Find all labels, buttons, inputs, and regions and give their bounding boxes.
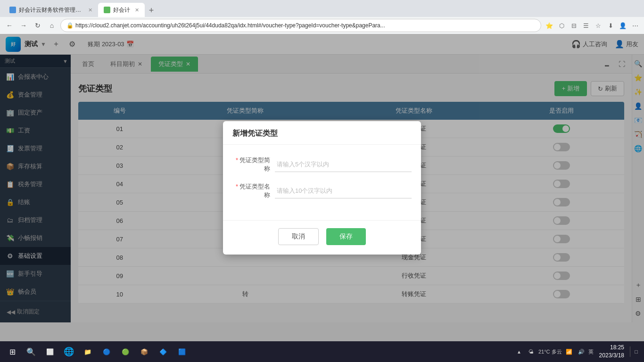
security-icon: 🔒 (66, 22, 74, 29)
taskbar-edge2[interactable]: 🟦 (173, 343, 190, 360)
dialog-body: *凭证类型简称 *凭证类型名称 (223, 145, 421, 220)
new-voucher-dialog: 新增凭证类型 *凭证类型简称 *凭证类型名称 取消 保存 (223, 121, 421, 255)
browser-download-icon[interactable]: ⬇ (605, 20, 616, 31)
taskbar-edge[interactable]: 🌐 (60, 343, 77, 360)
browser-toolbar-icons: ⭐ ⬡ ⊟ ☰ ☆ ⬇ 👤 ⋯ (544, 20, 640, 31)
address-bar: ← → ↻ ⌂ 🔒 https://cloud2.chanjet.com/acc… (0, 17, 644, 34)
reload-button[interactable]: ↻ (32, 20, 43, 31)
tab-favicon-2 (104, 7, 110, 13)
taskbar-app5[interactable]: 🔷 (155, 343, 172, 360)
taskbar-app4[interactable]: 📦 (136, 343, 153, 360)
taskbar-clock[interactable]: 18:25 2023/3/18 (595, 344, 628, 360)
name-input[interactable] (275, 183, 412, 198)
browser-tab-1[interactable]: 好会计云财务软件管理系统_会计 ✕ (4, 3, 98, 17)
dialog-footer: 取消 保存 (223, 220, 421, 255)
start-button[interactable]: ⊞ (4, 343, 21, 360)
short-label: *凭证类型简称 (232, 156, 275, 173)
systray-weather[interactable]: 🌤 (526, 346, 537, 357)
short-input[interactable] (275, 157, 412, 172)
taskbar-wechat[interactable]: 🟢 (117, 343, 134, 360)
cancel-button[interactable]: 取消 (278, 228, 319, 245)
systray-weather-text: 21°C 多云 (538, 348, 562, 355)
taskbar-taskview[interactable]: ⬜ (41, 343, 58, 360)
browser-extensions-icon[interactable]: ⭐ (544, 20, 554, 31)
clock-date: 2023/3/18 (599, 352, 624, 360)
browser-tab-2-close[interactable]: ✕ (135, 7, 139, 13)
browser-tab-2[interactable]: 好会计 ✕ (98, 3, 145, 17)
browser-split-icon[interactable]: ⊟ (569, 20, 579, 31)
systray-chevron[interactable]: ▲ (514, 346, 524, 357)
form-row-name: *凭证类型名称 (232, 182, 412, 199)
systray-lang: 英 (588, 348, 594, 355)
taskbar-search[interactable]: 🔍 (23, 343, 40, 360)
browser-profile-icon[interactable]: 👤 (618, 20, 628, 31)
back-button[interactable]: ← (4, 20, 15, 31)
browser-tab-2-label: 好会计 (113, 6, 130, 14)
forward-button[interactable]: → (18, 20, 29, 31)
browser-collection-icon[interactable]: ⬡ (556, 20, 567, 31)
url-text: https://cloud2.chanjet.com/accounting/uh… (75, 22, 385, 29)
save-button[interactable]: 保存 (326, 228, 366, 245)
name-required-mark: * (236, 183, 238, 190)
tab-favicon-1 (9, 7, 16, 13)
systray-sound[interactable]: 🔊 (576, 346, 586, 357)
home-button[interactable]: ⌂ (46, 20, 58, 31)
url-input[interactable]: 🔒 https://cloud2.chanjet.com/accounting/… (60, 19, 541, 32)
name-label: *凭证类型名称 (232, 182, 275, 199)
dialog-title: 新增凭证类型 (223, 121, 421, 145)
form-row-short: *凭证类型简称 (232, 156, 412, 173)
dialog-overlay: 新增凭证类型 *凭证类型简称 *凭证类型名称 取消 保存 (0, 34, 644, 341)
browser-menu-icon[interactable]: ⋯ (630, 20, 640, 31)
show-desktop-button[interactable]: □ (630, 346, 640, 357)
taskbar: ⊞ 🔍 ⬜ 🌐 📁 🔵 🟢 📦 🔷 🟦 ▲ 🌤 21°C 多云 📶 🔊 英 18… (0, 341, 644, 362)
systray: ▲ 🌤 21°C 多云 📶 🔊 英 18:25 2023/3/18 □ (514, 344, 640, 360)
new-tab-button[interactable]: + (145, 4, 158, 17)
browser-tab-1-close[interactable]: ✕ (88, 7, 92, 13)
short-required-mark: * (236, 156, 238, 164)
browser-readview-icon[interactable]: ☰ (581, 20, 591, 31)
taskbar-explorer[interactable]: 📁 (79, 343, 96, 360)
clock-time: 18:25 (599, 344, 624, 352)
taskbar-chrome[interactable]: 🔵 (98, 343, 115, 360)
systray-network[interactable]: 📶 (564, 346, 574, 357)
browser-fav-icon[interactable]: ☆ (593, 20, 603, 31)
browser-tab-1-label: 好会计云财务软件管理系统_会计 (19, 6, 83, 14)
tab-bar: 好会计云财务软件管理系统_会计 ✕ 好会计 ✕ + (0, 0, 644, 17)
